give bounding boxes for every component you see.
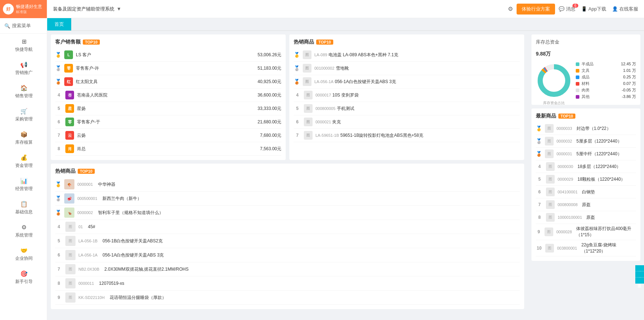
rank-number: 4	[55, 224, 62, 229]
header-settings-button[interactable]: ⚙	[508, 5, 513, 12]
sidebar-item-finance[interactable]: 💰 资金管理	[0, 150, 47, 173]
hot-products-card: 热销商品 TOP10 🥇 🍖 0000001 中华神器 🥈 🥩 00050000…	[51, 164, 524, 309]
list-item: 4 杏 苍南县人民医院 36,600.00元	[55, 89, 281, 102]
nav-icon: 🛒	[20, 108, 28, 115]
product-ranking-title: 热销商品 TOP10	[294, 39, 520, 45]
product-thumbnail: 图	[304, 118, 313, 126]
medal-icon: 🥇	[55, 52, 61, 58]
nav-icon: ⚙	[21, 224, 27, 231]
list-item: 🥈 图 001000002 雪地靴	[294, 62, 520, 75]
list-item: 🥉 红 红太阳文具 40,925.00元	[55, 75, 281, 89]
sidebar-item-purchase[interactable]: 🛒 采购管理	[0, 103, 47, 127]
nav-icon: ⊞	[22, 38, 27, 45]
nav-icon: 📦	[20, 131, 28, 138]
list-item: 🥇 L LS 客户 53,006.26元	[55, 48, 281, 62]
medal-icon: 🥇	[536, 126, 542, 131]
product-thumbnail: 图	[303, 50, 311, 59]
list-item: 6 零 零售客户-于 21,680.00元	[55, 115, 281, 129]
customer-name: LS 客户	[76, 52, 255, 58]
nav-icon: 📋	[20, 201, 28, 208]
search-menu-button[interactable]: 🔍 搜索菜单	[3, 21, 44, 30]
legend-color	[576, 62, 579, 66]
medal-icon: 🥈	[55, 65, 61, 71]
tab-home[interactable]: 首页	[47, 18, 72, 30]
right-panel: 库存总资金 9.88万	[528, 31, 644, 320]
rank-number: 5	[294, 106, 301, 111]
product-info: LA-056-1A 056-1A白色按键开关盖ABS 3克	[314, 79, 520, 85]
float-live-broadcast[interactable]: 直播	[635, 278, 644, 284]
avatar: 肖	[65, 144, 74, 153]
product-thumbnail: 图	[546, 213, 555, 222]
list-item: 🥈 图 0000032 5厘多层（1220*2440）	[536, 135, 636, 148]
product-thumbnail: 图	[303, 77, 311, 86]
trial-button[interactable]: 体验行业方案	[517, 4, 555, 15]
list-item: 7 云 云扬 7,680.00元	[55, 129, 281, 142]
float-service-community[interactable]: 服务社区	[635, 271, 644, 278]
online-service-button[interactable]: 👤 在线客服	[612, 6, 638, 12]
legend-item: 文具 1.01 万	[576, 68, 636, 73]
list-item: 4 图 01 45#	[55, 220, 520, 234]
float-customer-service[interactable]: 客服热线	[635, 265, 644, 271]
product-info: 001000002 雪地靴	[314, 65, 520, 71]
product-thumbnail: 图	[65, 250, 76, 260]
customer-value: 7,563.00元	[260, 146, 281, 152]
inventory-card: 库存总资金 9.88万	[531, 34, 640, 105]
legend-item: 成品 0.25 万	[576, 74, 636, 80]
medal-icon: 🥈	[294, 65, 300, 71]
legend-color	[576, 89, 579, 92]
rank-number: 5	[55, 106, 62, 111]
nav-icon: 🤝	[20, 247, 28, 254]
nav-icon: 📊	[20, 177, 28, 184]
legend-color	[576, 95, 579, 99]
product-info: LA-089 电池盖 LA-089 ABS本色+黑种 7.1克	[314, 52, 520, 58]
sidebar-search[interactable]: 🔍 搜索菜单	[0, 18, 47, 34]
logo-text: 畅捷通好生意 标准版	[16, 4, 42, 15]
customer-name: 零售客户-于	[77, 119, 255, 125]
sidebar-item-inventory[interactable]: 📦 库存核算	[0, 127, 47, 150]
product-thumbnail: 图	[545, 149, 554, 158]
app-download-button[interactable]: 📱 App下载	[581, 6, 606, 12]
chart-area: 库存资金占比 半成品 12.45 万 文具 1.01 万	[536, 61, 636, 100]
list-item: 9 图 0000028 体彼荔枝味苏打饮品400毫升（1*15）	[536, 224, 636, 240]
rank-number: 7	[55, 267, 62, 272]
sidebar-item-sales[interactable]: 🏠 销售管理	[0, 80, 47, 103]
rank-number: 6	[55, 253, 62, 258]
app-logo: 好 畅捷通好生意 标准版	[0, 0, 47, 18]
logo-icon: 好	[3, 4, 14, 15]
list-item: 🥉 图 0000031 5厘中纤（1220*2440）	[536, 148, 636, 160]
message-icon: 💬	[559, 6, 564, 12]
content-area: 客户销售额 TOP10 🥇 L LS 客户 53,006.26元 🥈 零	[47, 31, 644, 320]
sidebar-item-beginner[interactable]: 🎯 新手引导	[0, 266, 47, 289]
message-button[interactable]: 💬 消息 6	[559, 6, 575, 12]
list-item: 7 图 NB2.0X30B 2.0X30MM双搓花轴,搓花直径2.1MM/ROH…	[55, 262, 520, 276]
product-thumbnail: 图	[545, 124, 554, 133]
sidebar-item-marketing[interactable]: 📢 营销推广	[0, 57, 47, 80]
sidebar-item-quick-nav[interactable]: ⊞ 快捷导航	[0, 34, 47, 57]
sidebar-item-basics[interactable]: 📋 基础信息	[0, 196, 47, 220]
legend-item: 半成品 12.45 万	[576, 61, 636, 67]
rank-number: 6	[294, 119, 301, 124]
product-thumbnail: 🍖	[64, 179, 74, 189]
sidebar-item-enterprise[interactable]: 🤝 企业协同	[0, 243, 47, 266]
product-thumbnail: 图	[65, 264, 76, 274]
list-item: 7 图 LA-59651-1B 59651-1B旋转投影灯电池盒ABS黑色+58…	[294, 129, 520, 142]
service-icon: 👤	[612, 6, 618, 12]
sidebar-item-operations[interactable]: 📊 经营管理	[0, 173, 47, 196]
product-thumbnail: 图	[546, 200, 555, 209]
rank-number: 5	[55, 238, 62, 243]
product-thumbnail: 图	[65, 292, 76, 303]
product-thumbnail: 🥩	[64, 193, 74, 204]
sidebar: 好 畅捷通好生意 标准版 🔍 搜索菜单 ⊞ 快捷导航 📢 营销推广 🏠 销售管理…	[0, 0, 47, 320]
rank-number: 8	[55, 281, 62, 286]
customer-value: 36,600.00元	[258, 92, 281, 98]
newest-products-title: 最新商品 TOP10	[536, 113, 636, 119]
nav-icon: 💰	[20, 154, 28, 161]
header-dropdown-button[interactable]: ▼	[117, 6, 121, 12]
legend-item: 材料 0.07 万	[576, 81, 636, 86]
list-item: 5 图 000800005 手机测试	[294, 102, 520, 115]
list-item: 5 图 LA-056-1B 056-1B白色按键开关盖ABS2克	[55, 234, 520, 248]
sidebar-item-system[interactable]: ⚙ 系统管理	[0, 220, 47, 243]
hot-products-list: 🥇 🍖 0000001 中华神器 🥈 🥩 000500001 新西兰牛肉（新牛）…	[55, 177, 520, 305]
customer-value: 33,333.00元	[258, 106, 281, 112]
list-item: 6 图 LA-056-1A 056-1A白色按键开关盖ABS 3克	[55, 248, 520, 262]
